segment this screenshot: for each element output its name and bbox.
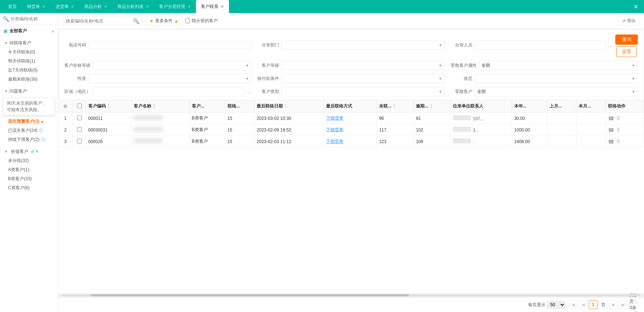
filter-region-select[interactable] bbox=[93, 87, 244, 96]
filter-phone-label: 电话号码 bbox=[64, 42, 86, 48]
horizontal-scrollbar[interactable] bbox=[58, 293, 644, 297]
filter-status: 状态 ▼ bbox=[451, 74, 638, 83]
export-btn[interactable]: ↗ 导出 bbox=[618, 16, 640, 26]
sidebar-item-today[interactable]: 今天待联络(0) bbox=[0, 48, 58, 57]
edit-icon[interactable]: ✎ bbox=[36, 149, 39, 154]
tab-sales[interactable]: 销货单 ✕ bbox=[22, 0, 51, 13]
filter-customer-type-select[interactable]: ▼ bbox=[281, 87, 444, 96]
action-contact-icon[interactable]: ☎ bbox=[608, 127, 614, 133]
settings-button[interactable]: 设置 bbox=[616, 46, 637, 57]
tab-sales-close[interactable]: ✕ bbox=[42, 4, 45, 9]
sidebar-search-wrap: 🔍 bbox=[0, 13, 58, 25]
tab-product-list-close[interactable]: ✕ bbox=[146, 4, 149, 9]
close-window-icon[interactable]: ✕ bbox=[631, 3, 641, 10]
tab-customer-contact[interactable]: 客户联系 ✕ bbox=[196, 0, 229, 13]
page-next-btn[interactable]: ▶ bbox=[609, 300, 618, 309]
row-no: 2 bbox=[58, 124, 73, 136]
filter-person-select[interactable] bbox=[475, 40, 606, 50]
tab-product-analysis-close[interactable]: ✕ bbox=[104, 4, 107, 9]
sidebar-item-churn-warning[interactable]: 流失预警客户(3) ● bbox=[0, 117, 58, 126]
my-customers-checkbox-label[interactable]: 我分管的客户 bbox=[185, 18, 218, 24]
filter-person-more[interactable]: … bbox=[608, 42, 613, 48]
row-no: 1 bbox=[58, 113, 73, 124]
my-customers-checkbox[interactable] bbox=[185, 19, 190, 23]
filter-phone-input[interactable] bbox=[88, 41, 251, 49]
tab-customer-layers[interactable]: 客户分层经营 ✕ bbox=[154, 0, 196, 13]
scrollbar-thumb[interactable] bbox=[91, 294, 409, 296]
search-input[interactable] bbox=[66, 19, 132, 24]
filter-dept-select[interactable]: ▼ bbox=[281, 40, 444, 50]
filter-status-label: 状态 bbox=[451, 76, 472, 82]
table-wrap: ⚙ 客户编码 ▲▼ bbox=[58, 100, 644, 293]
filter-retail-attr-select[interactable]: 全部 ▼ bbox=[479, 61, 638, 70]
date-sort[interactable]: ▲▼ bbox=[284, 104, 287, 109]
row-checkbox[interactable] bbox=[73, 136, 86, 147]
page-size-select[interactable]: 50 20 100 bbox=[547, 301, 565, 309]
group-value-label[interactable]: ▼ 价值客户 ↺ ✎ bbox=[0, 147, 58, 156]
grid-icon: ⊞ bbox=[4, 29, 7, 34]
search-icon[interactable]: 🔍 bbox=[133, 18, 139, 24]
sidebar-item-churned[interactable]: 已流失客户(24) ⓘ bbox=[0, 126, 58, 135]
action-more-icon[interactable]: ⠿ bbox=[616, 127, 620, 133]
row-this-month bbox=[576, 124, 606, 136]
page-number[interactable]: 1 bbox=[589, 300, 597, 309]
sidebar-item-tomorrow[interactable]: 明天待联络(1) bbox=[0, 57, 58, 66]
sidebar-search-input[interactable] bbox=[11, 16, 55, 21]
filter-region-more[interactable]: … bbox=[246, 89, 251, 94]
th-last-month: 上月... bbox=[547, 100, 576, 113]
action-contact-icon[interactable]: ☎ bbox=[608, 139, 614, 145]
select-all-checkbox[interactable] bbox=[77, 104, 82, 108]
more-filter-btn[interactable]: ▼ 更多条件 ▲ bbox=[145, 16, 182, 26]
action-contact-icon[interactable]: ☎ bbox=[608, 116, 614, 121]
filter-price-grade-select[interactable]: ▼ bbox=[93, 61, 251, 70]
tab-bar: 首页 销货单 ✕ 进货单 ✕ 商品分析 ✕ 商品分析列表 ✕ 客户分层经营 ✕ … bbox=[0, 0, 644, 13]
group-problem-label[interactable]: ▼ 问题客户 bbox=[0, 87, 58, 96]
tab-customer-contact-close[interactable]: ✕ bbox=[221, 4, 224, 9]
filter-payment-select[interactable]: ▼ bbox=[281, 74, 444, 83]
tab-product-list[interactable]: 商品分析列表 ✕ bbox=[112, 0, 154, 13]
th-contact: 联络... bbox=[225, 100, 254, 113]
problem-customer-tooltip: 90天未交易的客户，可能有流失风险。 bbox=[3, 97, 55, 116]
settings-icon[interactable]: ⚙ bbox=[63, 104, 67, 109]
code-sort[interactable]: ▲▼ bbox=[107, 104, 110, 109]
name-sort[interactable]: ▲▼ bbox=[153, 104, 156, 109]
th-this-year: 本年... bbox=[512, 100, 547, 113]
filter-status-select[interactable]: ▼ bbox=[475, 74, 638, 83]
tab-purchase[interactable]: 进货单 ✕ bbox=[51, 0, 79, 13]
page-last-btn[interactable]: ▶| bbox=[619, 300, 628, 309]
sidebar-item-ungrouped[interactable]: 未分组(32) bbox=[0, 156, 58, 165]
query-button[interactable]: 查询 bbox=[615, 35, 638, 45]
page-first-btn[interactable]: |◀ bbox=[568, 300, 577, 309]
th-code: 客户编码 ▲▼ bbox=[86, 100, 131, 113]
filter-customer-grade-select[interactable]: ▼ bbox=[281, 61, 444, 70]
overdue-sort[interactable]: ▲▼ bbox=[430, 104, 432, 109]
filter-phone: 电话号码 bbox=[64, 33, 251, 57]
th-action: 联络动作 bbox=[606, 100, 644, 113]
customer-grade-arrow: ▼ bbox=[439, 64, 442, 68]
sidebar-item-b-class[interactable]: B类客户(33) bbox=[0, 174, 58, 183]
filter-retail-attr-label: 零散客户属性 bbox=[451, 62, 477, 69]
sidebar-item-7days[interactable]: 近7天待联络(0) bbox=[0, 66, 58, 75]
sidebar-item-a-class[interactable]: A类客户(1) bbox=[0, 165, 58, 174]
filter-nature-select[interactable]: ▼ bbox=[88, 74, 251, 83]
row-checkbox[interactable] bbox=[73, 113, 86, 124]
refresh-icon[interactable]: ↺ bbox=[31, 149, 34, 154]
uncontacted-sort[interactable]: ▲▼ bbox=[393, 104, 396, 109]
action-more-icon[interactable]: ⠿ bbox=[616, 139, 620, 145]
page-prev-btn[interactable]: ◀ bbox=[579, 300, 587, 309]
tab-purchase-close[interactable]: ✕ bbox=[71, 4, 74, 9]
sidebar-item-c-class[interactable]: C类客户(6) bbox=[0, 183, 58, 193]
sidebar-item-declining[interactable]: 持续下滑客户(2) ⓘ bbox=[0, 135, 58, 144]
retail-attr-arrow: ▼ bbox=[632, 64, 635, 68]
tab-customer-layers-close[interactable]: ✕ bbox=[188, 4, 191, 9]
filter-retail-customer-select[interactable]: 全部 ▼ bbox=[475, 87, 638, 96]
row-checkbox[interactable] bbox=[73, 124, 86, 136]
action-more-icon[interactable]: ⠿ bbox=[616, 116, 620, 121]
group-pending-label[interactable]: ▼ 待联络客户 bbox=[0, 39, 58, 48]
row-this-year: 30.00 bbox=[512, 113, 547, 124]
tab-product-analysis[interactable]: 商品分析 ✕ bbox=[79, 0, 112, 13]
sidebar-item-overdue[interactable]: 逾期未联络(30) bbox=[0, 75, 58, 84]
sidebar-search-icon: 🔍 bbox=[3, 16, 9, 22]
tab-home[interactable]: 首页 bbox=[3, 0, 22, 13]
all-customers-header[interactable]: ⊞ 全部客户 « bbox=[0, 25, 58, 37]
